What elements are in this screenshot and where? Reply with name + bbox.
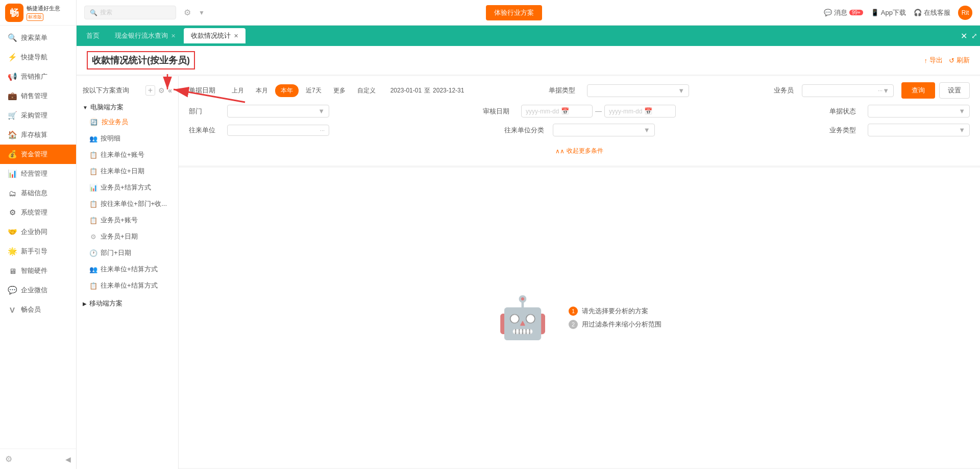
sidebar-collapse-icon[interactable]: ◀ xyxy=(65,455,71,463)
logo-icon: 畅 xyxy=(5,4,23,22)
biz-type-select[interactable]: ▼ xyxy=(868,124,970,136)
topbar-dropdown-icon[interactable]: ▼ xyxy=(199,9,205,16)
sidebar-item-quicknav[interactable]: ⚡ 快捷导航 xyxy=(0,48,76,67)
solution-btn[interactable]: 体验行业方案 xyxy=(486,5,542,20)
salesman-select[interactable]: ··· ▼ xyxy=(802,84,894,97)
sidebar-item-sales[interactable]: 💼 销售管理 xyxy=(0,86,76,106)
date-btn-custom[interactable]: 自定义 xyxy=(353,84,380,97)
panel-item-unit-date[interactable]: 📋 往来单位+日期 xyxy=(77,163,178,179)
sidebar-bottom: ⚙ ◀ xyxy=(0,449,76,469)
sidebar: 畅 畅捷通好生意 标准版 🔍 搜索菜单 ⚡ 快捷导航 📢 营销推广 💼 销售管理… xyxy=(0,0,77,469)
sidebar-item-finance[interactable]: 💰 资金管理 xyxy=(0,145,76,164)
filter-row-3: 往来单位 ··· 往来单位分类 ▼ 业务类型 xyxy=(189,124,970,136)
results-area: 🤖 1 请先选择要分析的方案 2 用过滤条件来缩小分析范围 xyxy=(179,168,980,468)
tab-maximize-icon[interactable]: ⤢ xyxy=(971,32,977,40)
sidebar-settings-icon[interactable]: ⚙ xyxy=(5,454,12,464)
panel-settings-icon[interactable]: ⚙ xyxy=(158,86,165,95)
tab-bank-close[interactable]: ✕ xyxy=(171,33,176,39)
sidebar-item-basic[interactable]: 🗂 基础信息 xyxy=(0,183,76,203)
unit-date-icon: 📋 xyxy=(89,167,97,175)
partner-type-select[interactable]: ▼ xyxy=(553,124,655,136)
quicknav-icon: ⚡ xyxy=(8,53,17,62)
voucher-status-select[interactable]: ▼ xyxy=(868,105,970,118)
sidebar-item-hardware[interactable]: 🖥 智能硬件 xyxy=(0,261,76,280)
date-btn-last-month[interactable]: 上月 xyxy=(227,84,249,97)
collapse-bar[interactable]: ∧∧ 收起更多条件 xyxy=(189,143,970,159)
panel-collapse-icon[interactable]: « xyxy=(168,86,172,95)
chevron-down-icon: ▼ xyxy=(83,105,88,110)
panel-item-by-salesman[interactable]: 🔄 按业务员 xyxy=(77,114,178,130)
system-icon: ⚙ xyxy=(8,208,17,217)
sidebar-item-member[interactable]: V 畅会员 xyxy=(0,300,76,319)
panel-item-by-detail[interactable]: 👥 按明细 xyxy=(77,130,178,147)
review-date-to[interactable]: yyyy-mm-dd 📅 xyxy=(604,105,676,118)
empty-steps: 1 请先选择要分析的方案 2 用过滤条件来缩小分析范围 xyxy=(569,307,662,329)
tab-close-all-icon[interactable]: ✕ xyxy=(961,31,967,41)
refresh-icon: ↺ xyxy=(949,57,954,64)
sidebar-item-operation[interactable]: 📊 经营管理 xyxy=(0,164,76,183)
content-area: 按以下方案查询 + ⚙ « ▼ 电脑端方案 🔄 按业务员 xyxy=(77,76,980,469)
search-icon: 🔍 xyxy=(8,33,17,42)
empty-step-1: 1 请先选择要分析的方案 xyxy=(569,307,662,316)
panel-section-mobile[interactable]: ▶ 移动端方案 xyxy=(77,296,178,310)
query-btn[interactable]: 查询 xyxy=(901,82,935,99)
panel-item-unit-dept[interactable]: 📋 按往来单位+部门+收... xyxy=(77,196,178,212)
filter-row-2: 部门 ▼ 审核日期 yyyy-mm-dd 📅 — xyxy=(189,105,970,118)
user-avatar[interactable]: Rit xyxy=(958,6,972,20)
panel-item-unit-settle2[interactable]: 📋 往来单位+结算方式 xyxy=(77,277,178,294)
date-btn-more[interactable]: 更多 xyxy=(329,84,350,97)
phone-icon: 📱 xyxy=(871,9,879,16)
salesman-settle-icon: 📊 xyxy=(89,183,97,192)
voucher-type-select[interactable]: ▼ xyxy=(587,84,689,97)
partner-input[interactable]: ··· xyxy=(227,125,329,136)
chevron-right-icon: ▶ xyxy=(83,301,87,307)
page-actions: ↑ 导出 ↺ 刷新 xyxy=(924,56,970,65)
topbar-settings-icon[interactable]: ⚙ xyxy=(184,8,191,17)
review-date-from[interactable]: yyyy-mm-dd 📅 xyxy=(521,105,593,118)
panel-item-salesman-date[interactable]: ⚙ 业务员+日期 xyxy=(77,228,178,245)
date-btn-7days[interactable]: 近7天 xyxy=(301,84,326,97)
tab-receipt-close[interactable]: ✕ xyxy=(234,33,238,39)
panel-add-icon[interactable]: + xyxy=(145,85,155,96)
review-date-range: yyyy-mm-dd 📅 — yyyy-mm-dd 📅 xyxy=(521,105,676,118)
tab-home[interactable]: 首页 xyxy=(79,28,107,43)
sidebar-item-wechat[interactable]: 💬 企业微信 xyxy=(0,280,76,300)
messages-btn[interactable]: 💬 消息 99+ xyxy=(824,8,863,17)
message-icon: 💬 xyxy=(824,9,832,16)
tab-receipt[interactable]: 收款情况统计 ✕ xyxy=(184,28,246,43)
operation-icon: 📊 xyxy=(8,169,17,178)
refresh-btn[interactable]: ↺ 刷新 xyxy=(949,56,970,65)
date-btn-this-year[interactable]: 本年 xyxy=(275,84,299,97)
export-btn[interactable]: ↑ 导出 xyxy=(924,56,943,65)
panel-item-dept-date[interactable]: 🕐 部门+日期 xyxy=(77,245,178,261)
dept-select[interactable]: ▼ xyxy=(227,105,329,118)
topbar-search[interactable]: 🔍 搜索 xyxy=(84,6,176,19)
tab-bank[interactable]: 现金银行流水查询 ✕ xyxy=(108,28,183,43)
app-download-btn[interactable]: 📱 App下载 xyxy=(871,8,906,17)
sidebar-item-search[interactable]: 🔍 搜索菜单 xyxy=(0,28,76,48)
panel-item-unit-settle1[interactable]: 👥 往来单位+结算方式 xyxy=(77,261,178,277)
topbar-right: 💬 消息 99+ 📱 App下载 🎧 在线客服 Rit xyxy=(824,6,972,20)
sidebar-item-marketing[interactable]: 📢 营销推广 xyxy=(0,67,76,86)
date-btn-this-month[interactable]: 本月 xyxy=(251,84,273,97)
panel-item-unit-account[interactable]: 📋 往来单位+账号 xyxy=(77,147,178,163)
sidebar-item-system[interactable]: ⚙ 系统管理 xyxy=(0,203,76,222)
panel-item-salesman-settle[interactable]: 📊 业务员+结算方式 xyxy=(77,179,178,196)
sidebar-item-guide[interactable]: 🌟 新手引导 xyxy=(0,242,76,261)
sidebar-item-purchase[interactable]: 🛒 采购管理 xyxy=(0,106,76,125)
panel-item-salesman-account[interactable]: 📋 业务员+账号 xyxy=(77,212,178,228)
settings-btn[interactable]: 设置 xyxy=(939,82,970,99)
sidebar-item-inventory[interactable]: 🏠 库存核算 xyxy=(0,125,76,145)
calendar-icon-from[interactable]: 📅 xyxy=(561,107,569,115)
right-panel: 单据日期 上月 本月 本年 近7天 更多 自定义 2023-01-01 至 xyxy=(179,76,980,469)
empty-content: 🤖 1 请先选择要分析的方案 2 用过滤条件来缩小分析范围 xyxy=(497,294,662,342)
empty-state: 🤖 1 请先选择要分析的方案 2 用过滤条件来缩小分析范围 xyxy=(497,294,662,342)
left-panel: 按以下方案查询 + ⚙ « ▼ 电脑端方案 🔄 按业务员 xyxy=(77,76,179,469)
sidebar-item-corp[interactable]: 🤝 企业协同 xyxy=(0,222,76,242)
dept-date-icon: 🕐 xyxy=(89,249,97,257)
panel-section-pc[interactable]: ▼ 电脑端方案 xyxy=(77,100,178,114)
online-service-btn[interactable]: 🎧 在线客服 xyxy=(914,8,950,17)
empty-step-2: 2 用过滤条件来缩小分析范围 xyxy=(569,320,662,329)
sidebar-nav: 🔍 搜索菜单 ⚡ 快捷导航 📢 营销推广 💼 销售管理 🛒 采购管理 🏠 库存核… xyxy=(0,26,76,449)
calendar-icon-to[interactable]: 📅 xyxy=(644,107,652,115)
